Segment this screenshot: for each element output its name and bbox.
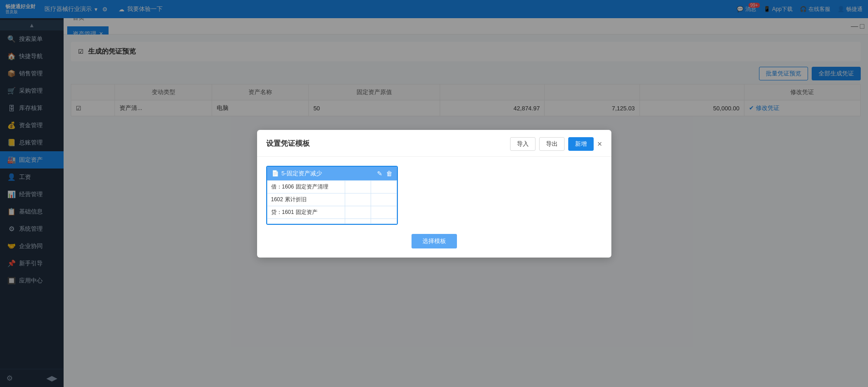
template-cell-label: 借：1606 固定资产清理: [267, 180, 345, 193]
new-btn[interactable]: 新增: [568, 137, 594, 151]
template-row: 贷：1601 固定资产: [267, 206, 397, 218]
modal-body: 📄 5-固定资产减少 ✎ 🗑 借：1606 固定资产清理 1602 累计折旧贷：…: [257, 157, 611, 258]
modal-close-btn[interactable]: ×: [597, 140, 602, 148]
template-card-header-left: 📄 5-固定资产减少: [272, 169, 322, 178]
template-cell-label: 1602 累计折旧: [267, 193, 345, 206]
select-template-btn[interactable]: 选择模板: [412, 234, 457, 248]
export-btn[interactable]: 导出: [539, 137, 565, 151]
template-delete-icon[interactable]: 🗑: [386, 170, 392, 177]
template-table: 借：1606 固定资产清理 1602 累计折旧贷：1601 固定资产: [267, 180, 397, 224]
template-row: 借：1606 固定资产清理: [267, 180, 397, 193]
template-cell-3: [371, 180, 397, 193]
modal-dialog: 设置凭证模板 导入 导出 新增 × 📄 5-固定资产减少 ✎ 🗑: [257, 130, 611, 258]
template-cell-3: [371, 206, 397, 218]
template-edit-icon[interactable]: ✎: [377, 170, 382, 177]
template-card: 📄 5-固定资产减少 ✎ 🗑 借：1606 固定资产清理 1602 累计折旧贷：…: [266, 166, 398, 225]
template-card-header: 📄 5-固定资产减少 ✎ 🗑: [267, 167, 397, 180]
template-doc-icon: 📄: [272, 170, 279, 177]
template-row: [267, 218, 397, 223]
template-cell-2: [345, 180, 371, 193]
template-card-header-icons: ✎ 🗑: [377, 170, 392, 177]
template-cell-2: [345, 206, 371, 218]
template-row: 1602 累计折旧: [267, 193, 397, 206]
modal-title: 设置凭证模板: [266, 139, 310, 149]
template-cell-2: [345, 193, 371, 206]
modal-header: 设置凭证模板 导入 导出 新增 ×: [257, 130, 611, 157]
import-btn[interactable]: 导入: [510, 137, 536, 151]
template-cell-label: 贷：1601 固定资产: [267, 206, 345, 218]
modal-overlay: 设置凭证模板 导入 导出 新增 × 📄 5-固定资产减少 ✎ 🗑: [0, 0, 868, 387]
template-cell-label: [267, 218, 345, 223]
template-cell-3: [371, 193, 397, 206]
template-name: 5-固定资产减少: [282, 169, 322, 178]
modal-header-actions: 导入 导出 新增 ×: [510, 137, 602, 151]
template-cell-2: [345, 218, 371, 223]
template-cell-3: [371, 218, 397, 223]
